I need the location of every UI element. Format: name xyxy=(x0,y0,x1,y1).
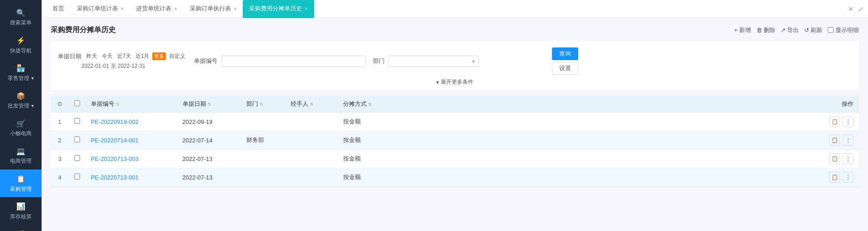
edit-icon[interactable]: 📋 xyxy=(829,116,840,127)
table-row: 2 PE-20220714-001 2022-07-14 财务部 按金额 📋 ⋮ xyxy=(51,131,859,150)
sidebar-item-库存核算[interactable]: 📊库存核算 xyxy=(0,197,42,225)
tab-采购订单执行表[interactable]: 采购订单执行表× xyxy=(184,0,243,18)
sidebar: 🔍搜索菜单⚡快捷导航🏪零售管理 ▾📦批发管理 ▾🛒小畅电商💻电商管理📋采购管理📊… xyxy=(0,0,42,231)
tab-bar: 首页采购订单统计表×进货单统计表×采购订单执行表×采购费用分摊单历史× ✕ ⤢ xyxy=(42,0,868,18)
sidebar-icon: 💻 xyxy=(2,146,40,156)
row-actions: 📋 ⋮ xyxy=(823,131,859,150)
doc-no-link[interactable]: PE-20220713-003 xyxy=(91,156,139,162)
sidebar-item-快捷导航[interactable]: ⚡快捷导航 xyxy=(0,31,42,59)
add-button[interactable]: + 新增 xyxy=(734,26,751,34)
export-icon: ↗ xyxy=(781,27,786,33)
more-icon[interactable]: ⋮ xyxy=(843,153,854,164)
sidebar-item-搜索菜单[interactable]: 🔍搜索菜单 xyxy=(0,4,42,31)
page-header: 采购费用分摊单历史 + 新增 🗑 删除 ↗ 导出 ↺ 刷新 显示明细 xyxy=(51,25,859,35)
row-dept: 财务部 xyxy=(241,131,285,150)
expand-icon[interactable]: ⤢ xyxy=(858,5,863,13)
row-date: 2022-07-13 xyxy=(177,168,241,187)
tab-采购订单统计表[interactable]: 采购订单统计表× xyxy=(71,0,130,18)
sidebar-item-资金管理[interactable]: 💰资金管理 xyxy=(0,225,42,231)
tab-close-icon[interactable]: × xyxy=(305,6,307,11)
doc-no-link[interactable]: PE-20220919-002 xyxy=(91,118,139,125)
edit-icon[interactable]: 📋 xyxy=(829,135,840,146)
select-all-checkbox[interactable] xyxy=(74,100,80,106)
row-handler xyxy=(285,131,338,150)
delete-button[interactable]: 🗑 删除 xyxy=(756,26,775,34)
sidebar-item-批发管理[interactable]: 📦批发管理 ▾ xyxy=(0,87,42,114)
sort-icon-method: ⇅ xyxy=(368,102,372,107)
row-method: 按金额 xyxy=(338,150,823,168)
dept-input[interactable] xyxy=(388,56,479,67)
show-cols-checkbox[interactable]: 显示明细 xyxy=(828,26,859,34)
edit-icon[interactable]: 📋 xyxy=(829,153,840,164)
delete-icon: 🗑 xyxy=(756,27,762,33)
sidebar-icon: 🛒 xyxy=(2,119,40,129)
dept-label: 部门 xyxy=(373,57,385,65)
settings-button[interactable]: 设置 xyxy=(552,62,578,75)
custom-btn[interactable]: 自定义 xyxy=(168,52,187,61)
col-actions-header: 操作 xyxy=(823,96,859,113)
row-checkbox[interactable] xyxy=(74,137,80,142)
more-badge[interactable]: 更多 xyxy=(152,52,166,60)
sidebar-item-零售管理[interactable]: 🏪零售管理 ▾ xyxy=(0,59,42,86)
tab-close-icon[interactable]: × xyxy=(234,6,236,11)
more-icon[interactable]: ⋮ xyxy=(843,116,854,127)
date-shortcuts: 昨天 今天 近7天 近1月 更多 自定义 xyxy=(85,52,187,61)
tab-close-icon[interactable]: × xyxy=(174,6,177,11)
refresh-icon: ↺ xyxy=(804,27,809,33)
row-actions: 📋 ⋮ xyxy=(823,150,859,168)
doc-no-link[interactable]: PE-20220713-001 xyxy=(91,174,139,181)
sidebar-icon: ⚡ xyxy=(2,36,40,46)
tab-首页[interactable]: 首页 xyxy=(46,0,71,18)
sidebar-item-电商管理[interactable]: 💻电商管理 xyxy=(0,142,42,170)
row-handler xyxy=(285,113,338,131)
yesterday-btn[interactable]: 昨天 xyxy=(85,52,99,61)
refresh-button[interactable]: ↺ 刷新 xyxy=(804,26,822,34)
expand-more-btn[interactable]: ▾ 展开更多条件 xyxy=(436,78,473,86)
week-btn[interactable]: 近7天 xyxy=(116,52,132,61)
table-header: ⚙ 单据编号⇅ 单据日期⇅ 部门⇅ xyxy=(51,96,859,113)
row-doc-no: PE-20220714-001 xyxy=(85,131,177,150)
row-checkbox[interactable] xyxy=(74,174,80,179)
gear-icon[interactable]: ⚙ xyxy=(57,100,63,108)
sidebar-item-采购管理[interactable]: 📋采购管理 xyxy=(0,170,42,197)
row-doc-no: PE-20220713-001 xyxy=(85,168,177,187)
month-btn[interactable]: 近1月 xyxy=(134,52,151,61)
more-icon[interactable]: ⋮ xyxy=(843,135,854,146)
tab-controls: ✕ ⤢ xyxy=(848,5,863,13)
main-content: 首页采购订单统计表×进货单统计表×采购订单执行表×采购费用分摊单历史× ✕ ⤢ … xyxy=(42,0,868,231)
edit-icon[interactable]: 📋 xyxy=(829,172,840,183)
query-button[interactable]: 查询 xyxy=(552,47,578,60)
doc-no-input[interactable] xyxy=(221,56,366,67)
date-range-text: 2022-01-01 至 2022-12-31 xyxy=(81,62,187,70)
sidebar-icon: 🏪 xyxy=(2,63,40,73)
row-checkbox-cell xyxy=(69,168,85,187)
show-cols-input[interactable] xyxy=(828,27,834,33)
doc-no-link[interactable]: PE-20220714-001 xyxy=(91,137,139,144)
table-row: 1 PE-20220919-002 2022-09-19 按金额 📋 ⋮ xyxy=(51,113,859,131)
row-handler xyxy=(285,168,338,187)
close-icon[interactable]: ✕ xyxy=(848,5,854,13)
today-btn[interactable]: 今天 xyxy=(100,52,114,61)
tab-close-icon[interactable]: × xyxy=(121,6,123,11)
row-date: 2022-09-19 xyxy=(177,113,241,131)
header-actions: + 新增 🗑 删除 ↗ 导出 ↺ 刷新 显示明细 xyxy=(734,26,859,34)
row-method: 按金额 xyxy=(338,113,823,131)
table-row: 4 PE-20220713-001 2022-07-13 按金额 📋 ⋮ xyxy=(51,168,859,187)
row-checkbox[interactable] xyxy=(74,118,80,124)
dept-field: 部门 xyxy=(373,56,545,67)
row-num: 4 xyxy=(51,168,69,187)
row-num: 1 xyxy=(51,113,69,131)
sort-icon-date: ⇅ xyxy=(208,102,211,107)
export-button[interactable]: ↗ 导出 xyxy=(781,26,799,34)
row-checkbox[interactable] xyxy=(74,155,80,161)
sidebar-icon: 📋 xyxy=(2,174,40,184)
tab-进货单统计表[interactable]: 进货单统计表× xyxy=(130,0,183,18)
doc-no-label: 单据编号 xyxy=(194,57,217,65)
table-body: 1 PE-20220919-002 2022-09-19 按金额 📋 ⋮ 2 P… xyxy=(51,113,859,187)
row-actions: 📋 ⋮ xyxy=(823,113,859,131)
more-icon[interactable]: ⋮ xyxy=(843,172,854,183)
tab-采购费用分摊单历史[interactable]: 采购费用分摊单历史× xyxy=(243,0,314,18)
sidebar-item-小畅电商[interactable]: 🛒小畅电商 xyxy=(0,114,42,142)
header-row: ⚙ 单据编号⇅ 单据日期⇅ 部门⇅ xyxy=(51,96,859,113)
row-actions: 📋 ⋮ xyxy=(823,168,859,187)
